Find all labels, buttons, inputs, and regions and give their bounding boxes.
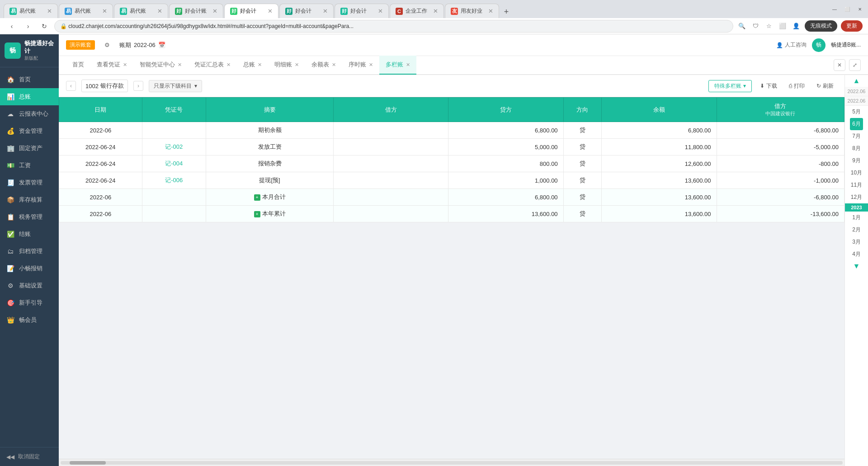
nav-tab-close-balance-table[interactable]: ✕	[332, 62, 336, 68]
nav-tab-close-smart-voucher[interactable]: ✕	[178, 62, 182, 68]
month-item-2022-5月[interactable]: 5月	[850, 106, 863, 118]
prev-account-button[interactable]: ‹	[66, 81, 76, 91]
nav-tab-close-sequence-ledger[interactable]: ✕	[369, 62, 373, 68]
month-item-2023-2月[interactable]: 2月	[851, 224, 862, 236]
sidebar-item-membership[interactable]: 👑 畅会员	[0, 311, 59, 329]
month-item-2022-9月[interactable]: 9月	[850, 155, 863, 167]
close-button[interactable]: ✕	[855, 5, 864, 14]
sidebar-item-new-guide[interactable]: 🎯 新手引导	[0, 294, 59, 311]
sidebar-item-fixed-assets[interactable]: 🏢 固定资产	[0, 140, 59, 157]
user-icon[interactable]: 👤	[791, 21, 801, 31]
download-button[interactable]: ⬇ 下载	[756, 80, 781, 92]
new-tab-button[interactable]: +	[500, 5, 513, 18]
sidebar-item-small-expense[interactable]: 📝 小畅报销	[0, 260, 59, 277]
cell-voucher-link[interactable]: 记-004	[142, 155, 206, 172]
browser-tab-2[interactable]: 易 易代账 ✕	[59, 4, 113, 18]
sidebar-item-salary[interactable]: 💵 工资	[0, 157, 59, 174]
tab-close-button[interactable]: ✕	[433, 8, 438, 14]
browser-tab-1[interactable]: 易 易代账 ✕	[4, 4, 58, 18]
back-button[interactable]: ‹	[5, 20, 18, 33]
browser-tab-7[interactable]: 好 好会计 ✕	[335, 4, 389, 18]
minimize-button[interactable]: —	[830, 5, 839, 14]
refresh-button[interactable]: ↻ 刷新	[813, 80, 837, 92]
nav-tab-close-general-ledger[interactable]: ✕	[258, 62, 262, 68]
sidebar-item-home[interactable]: 🏠 首页	[0, 71, 59, 88]
month-item-2023-4月[interactable]: 4月	[851, 248, 862, 260]
sidebar-item-tax-mgmt[interactable]: 📋 税务管理	[0, 208, 59, 226]
nav-tab-close-detail-ledger[interactable]: ✕	[295, 62, 299, 68]
nav-tab-multi-ledger[interactable]: 多栏账✕	[379, 56, 416, 75]
update-button[interactable]: 更新	[841, 20, 863, 32]
next-account-button[interactable]: ›	[133, 81, 143, 91]
sidebar-item-fund-mgmt[interactable]: 💰 资金管理	[0, 122, 59, 140]
sidebar-item-basic-settings[interactable]: ⚙ 基础设置	[0, 277, 59, 294]
month-item-2022-6月[interactable]: 6月	[850, 118, 863, 130]
window-icon[interactable]: ⬜	[778, 21, 788, 31]
tab-close-button[interactable]: ✕	[102, 8, 107, 14]
month-scroll-up-button[interactable]: ▲	[845, 75, 868, 87]
sidebar-item-cloud-report[interactable]: ☁ 云报表中心	[0, 105, 59, 122]
month-item-2022-11月[interactable]: 11月	[850, 179, 863, 191]
url-input[interactable]: 🔒 cloud2.chanjet.com/accounting/uh26t264…	[54, 20, 733, 33]
account-selector[interactable]: 1002 银行存款	[81, 80, 128, 92]
tab-close-button[interactable]: ✕	[378, 8, 383, 14]
close-panel-button[interactable]: ✕	[834, 59, 845, 71]
sidebar-item-icon-tax-mgmt: 📋	[6, 213, 14, 221]
month-item-2023-3月[interactable]: 3月	[851, 236, 862, 248]
pin-icon: ◀◀	[6, 454, 14, 460]
nav-tab-general-ledger[interactable]: 总账✕	[237, 56, 268, 75]
consult-button[interactable]: 👤 人工咨询	[776, 41, 807, 49]
browser-tab-4[interactable]: 好 好会计账 ✕	[169, 4, 223, 18]
sidebar-pin-button[interactable]: ◀◀ 取消固定	[0, 447, 59, 466]
multi-col-button[interactable]: 特殊多栏账 ▾	[708, 80, 752, 92]
cell-voucher-link[interactable]: 记-002	[142, 139, 206, 155]
nav-tab-sequence-ledger[interactable]: 序时账✕	[342, 56, 379, 75]
month-item-2022-10月[interactable]: 10月	[850, 167, 863, 179]
print-button[interactable]: ⎙ 打印	[785, 80, 808, 92]
month-item-2023-1月[interactable]: 1月	[851, 212, 862, 224]
nav-tab-close-multi-ledger[interactable]: ✕	[406, 62, 410, 68]
maximize-button[interactable]: ⬜	[843, 5, 852, 14]
reload-button[interactable]: ↻	[38, 20, 51, 33]
nav-tab-view-voucher[interactable]: 查看凭证✕	[90, 56, 133, 75]
month-scroll-down-button[interactable]: ▼	[845, 260, 868, 272]
shield-icon[interactable]: 🛡	[750, 21, 760, 31]
settings-button[interactable]: ⚙	[102, 40, 112, 50]
sidebar-item-general-ledger[interactable]: 📊 总账	[0, 88, 59, 105]
nav-tab-close-view-voucher[interactable]: ✕	[123, 62, 127, 68]
star-icon[interactable]: ☆	[764, 21, 774, 31]
nav-tab-close-voucher-summary[interactable]: ✕	[226, 62, 231, 68]
browser-tab-6[interactable]: 好 好会计 ✕	[279, 4, 334, 18]
cell-credit: 6,800.00	[448, 122, 563, 139]
tab-close-button[interactable]: ✕	[47, 8, 52, 14]
sidebar-item-archive-mgmt[interactable]: 🗂 归档管理	[0, 243, 59, 260]
month-item-2022-7月[interactable]: 7月	[850, 130, 863, 142]
tab-close-button[interactable]: ✕	[488, 8, 493, 14]
browser-tab-3[interactable]: 易 易代账 ✕	[114, 4, 168, 18]
nav-tab-detail-ledger[interactable]: 明细账✕	[268, 56, 305, 75]
tab-close-button[interactable]: ✕	[212, 8, 217, 14]
cell-voucher-link[interactable]: 记-006	[142, 172, 206, 189]
nav-tab-balance-table[interactable]: 余额表✕	[305, 56, 342, 75]
sidebar-item-invoice-mgmt[interactable]: 🧾 发票管理	[0, 174, 59, 191]
sidebar-item-inventory[interactable]: 📦 库存核算	[0, 191, 59, 208]
month-item-2022-12月[interactable]: 12月	[850, 191, 863, 203]
subject-filter-button[interactable]: 只显示下级科目 ▾	[149, 80, 202, 92]
browser-tab-5[interactable]: 好 好会计 ✕	[224, 4, 278, 18]
tab-close-button[interactable]: ✕	[157, 8, 162, 14]
month-item-2022-8月[interactable]: 8月	[850, 142, 863, 155]
forward-button[interactable]: ›	[22, 20, 34, 33]
ledger-table-container: 日期 凭证号 摘要 借方 贷方 方向 余额 借方 中国建设银行	[59, 97, 844, 459]
wuhen-button[interactable]: 无痕模式	[805, 20, 837, 32]
sidebar-item-close-accounts[interactable]: ✅ 结账	[0, 226, 59, 243]
tab-close-button[interactable]: ✕	[323, 8, 328, 14]
search-icon[interactable]: 🔍	[737, 21, 747, 31]
nav-tab-home[interactable]: 首页	[66, 56, 90, 75]
browser-tab-9[interactable]: 友 用友好业 ✕	[445, 4, 499, 18]
expand-panel-button[interactable]: ⤢	[849, 59, 861, 71]
bottom-scrollbar[interactable]	[59, 459, 844, 466]
nav-tab-smart-voucher[interactable]: 智能凭证中心✕	[133, 56, 188, 75]
tab-close-button[interactable]: ✕	[268, 8, 273, 14]
nav-tab-voucher-summary[interactable]: 凭证汇总表✕	[188, 56, 237, 75]
browser-tab-8[interactable]: C 企业工作 ✕	[390, 4, 444, 18]
